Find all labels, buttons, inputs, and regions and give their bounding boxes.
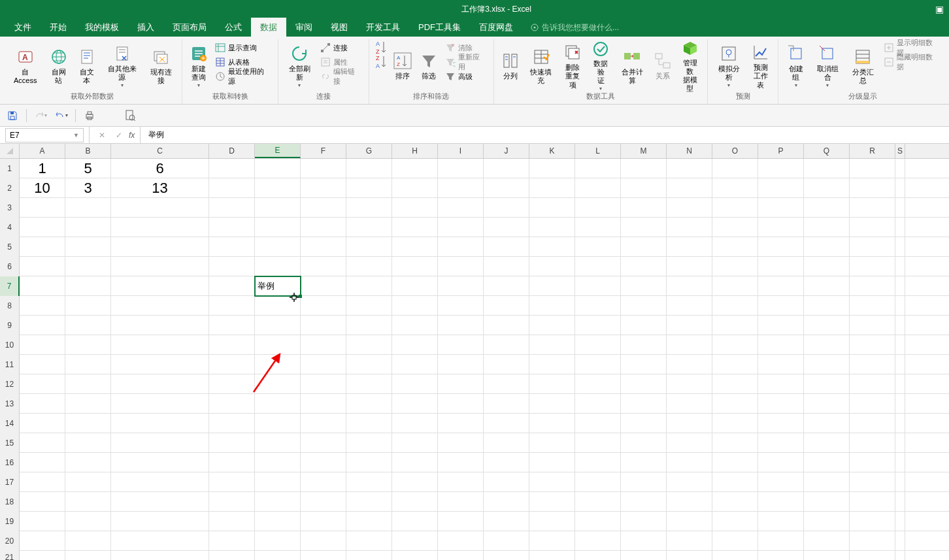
cell-S3[interactable]: [895, 198, 905, 218]
cell-L5[interactable]: [575, 237, 621, 257]
cell-Q1[interactable]: [804, 159, 850, 178]
cell-I15[interactable]: [438, 433, 484, 453]
cell-M3[interactable]: [621, 198, 667, 218]
cell-K19[interactable]: [529, 512, 575, 531]
cell-E3[interactable]: [255, 198, 301, 218]
row-header-8[interactable]: 8: [0, 296, 20, 316]
show-queries-button[interactable]: 显示查询: [212, 41, 274, 55]
cell-Q17[interactable]: [804, 472, 850, 492]
col-header-B[interactable]: B: [65, 144, 111, 158]
col-header-J[interactable]: J: [484, 144, 529, 158]
cell-A1[interactable]: 1: [20, 159, 65, 178]
cell-J6[interactable]: [484, 257, 529, 276]
cell-L3[interactable]: [575, 198, 621, 218]
cell-H11[interactable]: [392, 355, 438, 374]
cell-R17[interactable]: [850, 472, 895, 492]
cell-B21[interactable]: [65, 551, 111, 560]
cell-G6[interactable]: [346, 257, 392, 276]
cell-I11[interactable]: [438, 355, 484, 374]
cell-S10[interactable]: [895, 335, 905, 355]
cell-J9[interactable]: [484, 316, 529, 335]
cell-R19[interactable]: [850, 512, 895, 531]
cell-L17[interactable]: [575, 472, 621, 492]
cell-F14[interactable]: [301, 414, 346, 433]
cell-B4[interactable]: [65, 218, 111, 237]
cell-N3[interactable]: [667, 198, 712, 218]
cell-O1[interactable]: [712, 159, 758, 178]
cell-F13[interactable]: [301, 394, 346, 414]
cell-N7[interactable]: [667, 276, 712, 296]
cell-J13[interactable]: [484, 394, 529, 414]
cell-J11[interactable]: [484, 355, 529, 374]
new-query-button[interactable]: 新建 查询 ▾: [186, 41, 211, 91]
cell-P11[interactable]: [758, 355, 804, 374]
cell-K15[interactable]: [529, 433, 575, 453]
cell-P14[interactable]: [758, 414, 804, 433]
row-header-7[interactable]: 7: [0, 276, 20, 296]
cell-B20[interactable]: [65, 531, 111, 551]
cell-D13[interactable]: [209, 394, 255, 414]
data-validation-button[interactable]: 数据验 证▾: [588, 41, 614, 91]
cell-C21[interactable]: [111, 551, 209, 560]
cell-L16[interactable]: [575, 453, 621, 472]
cell-E20[interactable]: [255, 531, 301, 551]
cell-Q2[interactable]: [804, 178, 850, 198]
cell-L19[interactable]: [575, 512, 621, 531]
cell-L14[interactable]: [575, 414, 621, 433]
cell-N1[interactable]: [667, 159, 712, 178]
cell-L10[interactable]: [575, 335, 621, 355]
cell-N9[interactable]: [667, 316, 712, 335]
cell-I14[interactable]: [438, 414, 484, 433]
cell-Q20[interactable]: [804, 531, 850, 551]
recent-sources-button[interactable]: 最近使用的源: [212, 69, 274, 84]
cell-S13[interactable]: [895, 394, 905, 414]
cell-G18[interactable]: [346, 492, 392, 512]
cell-O11[interactable]: [712, 355, 758, 374]
cell-D20[interactable]: [209, 531, 255, 551]
col-header-A[interactable]: A: [20, 144, 65, 158]
cell-P18[interactable]: [758, 492, 804, 512]
cell-C3[interactable]: [111, 198, 209, 218]
col-header-G[interactable]: G: [346, 144, 392, 158]
cell-R9[interactable]: [850, 316, 895, 335]
cell-Q12[interactable]: [804, 374, 850, 394]
row-header-13[interactable]: 13: [0, 394, 20, 414]
cell-D16[interactable]: [209, 453, 255, 472]
cell-L4[interactable]: [575, 218, 621, 237]
cell-I2[interactable]: [438, 178, 484, 198]
cell-N14[interactable]: [667, 414, 712, 433]
cell-Q14[interactable]: [804, 414, 850, 433]
cell-B7[interactable]: [65, 276, 111, 296]
row-header-15[interactable]: 15: [0, 433, 20, 453]
cell-R3[interactable]: [850, 198, 895, 218]
cell-J10[interactable]: [484, 335, 529, 355]
cell-B8[interactable]: [65, 296, 111, 316]
cell-E16[interactable]: [255, 453, 301, 472]
row-header-6[interactable]: 6: [0, 257, 20, 276]
cell-J4[interactable]: [484, 218, 529, 237]
cell-K9[interactable]: [529, 316, 575, 335]
cell-H8[interactable]: [392, 296, 438, 316]
cell-D6[interactable]: [209, 257, 255, 276]
cell-S17[interactable]: [895, 472, 905, 492]
cell-F6[interactable]: [301, 257, 346, 276]
cell-F19[interactable]: [301, 512, 346, 531]
cell-H12[interactable]: [392, 374, 438, 394]
cell-E21[interactable]: [255, 551, 301, 560]
cell-S1[interactable]: [895, 159, 905, 178]
cell-G10[interactable]: [346, 335, 392, 355]
cell-A20[interactable]: [20, 531, 65, 551]
cell-J8[interactable]: [484, 296, 529, 316]
ext-data-3[interactable]: 自其他来源▾: [101, 41, 142, 91]
cell-S4[interactable]: [895, 218, 905, 237]
cell-K8[interactable]: [529, 296, 575, 316]
accept-icon[interactable]: ✓: [112, 131, 126, 140]
cell-K1[interactable]: [529, 159, 575, 178]
cell-C16[interactable]: [111, 453, 209, 472]
cell-M9[interactable]: [621, 316, 667, 335]
cell-H20[interactable]: [392, 531, 438, 551]
cell-K6[interactable]: [529, 257, 575, 276]
cell-N10[interactable]: [667, 335, 712, 355]
col-header-H[interactable]: H: [392, 144, 438, 158]
cell-L9[interactable]: [575, 316, 621, 335]
